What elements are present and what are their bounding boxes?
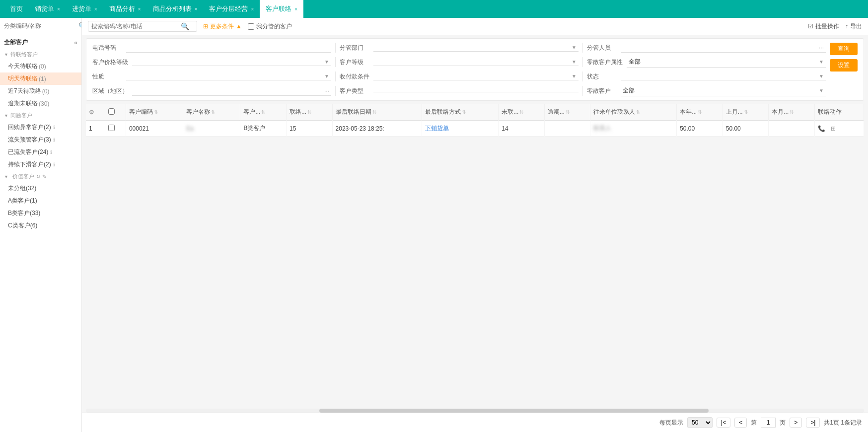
sidebar-search-input[interactable] — [4, 22, 78, 29]
col-checkbox[interactable] — [105, 104, 126, 121]
nav-customer-layer[interactable]: 客户分层经营 × — [203, 0, 260, 18]
sort-icon[interactable]: ⇅ — [211, 109, 215, 115]
filter-price-level: 客户价格等级 ▼ — [92, 58, 331, 67]
horizontal-scrollbar[interactable] — [86, 409, 864, 413]
nav-product-analysis-list[interactable]: 商品分析列表 × — [147, 0, 204, 18]
sidebar-group-problem[interactable]: 问题客户 — [0, 110, 81, 121]
retail-attr-select[interactable]: 全部 ▼ — [627, 57, 826, 68]
sidebar-item-ungrouped[interactable]: 未分组(32) — [0, 182, 81, 195]
col-last-method: 最后联络方式⇅ — [422, 104, 498, 121]
phone-action-icon[interactable]: 📞 — [818, 125, 825, 132]
sidebar-item-tomorrow[interactable]: 明天待联络(1) — [0, 72, 81, 85]
more-icon[interactable]: ··· — [819, 44, 824, 51]
sort-icon[interactable]: ⇅ — [307, 109, 311, 115]
sidebar-group-value[interactable]: 价值客户 ↻ ✎ — [0, 171, 81, 182]
last-method-link[interactable]: 下销货单 — [425, 125, 449, 132]
info-icon[interactable]: ℹ — [53, 162, 55, 167]
phone-input[interactable] — [126, 43, 331, 53]
sort-icon[interactable]: ⇅ — [154, 109, 158, 115]
sidebar-item-overdue[interactable]: 逾期未联络(30) — [0, 97, 81, 110]
info-icon[interactable]: ℹ — [50, 149, 52, 155]
filter-row-3: 性质 ▼ 收付款条件 ▼ — [92, 72, 826, 81]
sort-icon[interactable]: ⇅ — [698, 109, 702, 115]
next-page-btn[interactable]: > — [790, 418, 802, 428]
col-gear[interactable]: ⚙ — [86, 104, 105, 121]
divider — [582, 57, 583, 67]
search-icon[interactable]: 🔍 — [78, 22, 82, 30]
close-icon[interactable]: × — [195, 6, 198, 12]
settings-button[interactable]: 设置 — [830, 59, 858, 72]
cell-this-month — [769, 121, 815, 137]
sidebar-all-customers[interactable]: 全部客户 « — [0, 34, 81, 49]
batch-ops-btn[interactable]: ☑ 批量操作 — [808, 22, 839, 31]
person-select[interactable]: ··· — [621, 43, 826, 53]
sort-icon[interactable]: ⇅ — [744, 109, 748, 115]
filter-row-1: 电话号码 分管部门 ▼ 分管人员 — [92, 43, 826, 53]
select-all-checkbox[interactable] — [108, 108, 115, 115]
query-button[interactable]: 查询 — [830, 43, 858, 55]
first-page-btn[interactable]: |< — [717, 418, 730, 428]
sort-icon[interactable]: ⇅ — [566, 109, 570, 115]
close-icon[interactable]: × — [138, 6, 141, 12]
nav-purchase-order[interactable]: 进货单 × — [66, 0, 103, 18]
area-select[interactable]: ··· — [132, 86, 331, 96]
collapse-icon[interactable]: « — [74, 39, 77, 46]
last-page-btn[interactable]: >| — [806, 418, 820, 428]
qr-action-icon[interactable]: ⊞ — [831, 125, 836, 132]
close-icon[interactable]: × — [251, 6, 254, 12]
close-icon[interactable]: × — [94, 6, 97, 12]
sidebar-group-pending[interactable]: 待联络客户 — [0, 49, 81, 60]
nav-home[interactable]: 首页 — [4, 0, 29, 18]
customer-level-select[interactable]: ▼ — [373, 58, 579, 66]
gear-icon[interactable]: ⚙ — [89, 109, 94, 116]
divider — [335, 72, 336, 81]
status-select[interactable]: ▼ — [621, 72, 826, 80]
sort-icon[interactable]: ⇅ — [462, 109, 466, 115]
info-icon[interactable]: ℹ — [53, 137, 55, 143]
info-icon[interactable]: ℹ — [53, 125, 55, 130]
sort-icon[interactable]: ⇅ — [261, 109, 265, 115]
cell-type: B类客户 — [240, 121, 287, 137]
search-input[interactable] — [91, 23, 181, 30]
my-customers-checkbox[interactable] — [248, 23, 254, 30]
search-icon[interactable]: 🔍 — [181, 22, 189, 30]
sidebar-item-repurchase-abnormal[interactable]: 回购异常客户(2)ℹ — [0, 121, 81, 134]
dept-select[interactable]: ▼ — [373, 44, 579, 52]
retail-customer-select[interactable]: 全部 ▼ — [621, 85, 826, 96]
sort-icon[interactable]: ⇅ — [519, 109, 523, 115]
customer-type-select[interactable] — [373, 90, 579, 92]
nav-customer-contact[interactable]: 客户联络 × — [260, 0, 303, 18]
sidebar-item-c-class[interactable]: C类客户(6) — [0, 219, 81, 232]
close-icon[interactable]: × — [57, 6, 60, 12]
scrollbar-thumb[interactable] — [319, 409, 709, 413]
sidebar-item-churned[interactable]: 已流失客户(24)ℹ — [0, 146, 81, 158]
sort-icon[interactable]: ⇅ — [636, 109, 640, 115]
nature-select[interactable]: ▼ — [126, 72, 331, 80]
sidebar: 🔍 全部客户 « 待联络客户 今天待联络(0) 明天待联络(1) 近7天待联络(… — [0, 18, 82, 432]
filter-more-btn[interactable]: ⊞ 更多条件 ▲ — [203, 22, 242, 31]
sidebar-item-week[interactable]: 近7天待联络(0) — [0, 85, 81, 97]
sidebar-item-churn-warning[interactable]: 流失预警客户(3)ℹ — [0, 134, 81, 146]
sidebar-item-today[interactable]: 今天待联络(0) — [0, 60, 81, 72]
payment-select[interactable]: ▼ — [373, 72, 579, 80]
export-btn[interactable]: ↑ 导出 — [845, 22, 862, 31]
price-level-select[interactable]: ▼ — [132, 58, 331, 66]
nav-product-analysis[interactable]: 商品分析 × — [103, 0, 147, 18]
row-select-checkbox[interactable] — [108, 125, 115, 131]
more-icon[interactable]: ··· — [324, 87, 329, 94]
prev-page-btn[interactable]: < — [734, 418, 747, 428]
sidebar-item-a-class[interactable]: A类客户(1) — [0, 195, 81, 207]
sort-icon[interactable]: ⇅ — [790, 109, 794, 115]
col-this-month: 本月...⇅ — [769, 104, 815, 121]
refresh-icon[interactable]: ↻ — [36, 174, 40, 179]
row-checkbox[interactable] — [105, 121, 126, 137]
close-icon[interactable]: × — [294, 6, 297, 12]
per-page-select[interactable]: 50 100 200 — [687, 417, 713, 428]
chevron-down-icon: ▼ — [572, 59, 577, 65]
sidebar-item-declining[interactable]: 持续下滑客户(2)ℹ — [0, 158, 81, 171]
sidebar-item-b-class[interactable]: B类客户(33) — [0, 207, 81, 219]
page-number-input[interactable] — [761, 418, 776, 428]
nav-sales-order[interactable]: 销货单 × — [29, 0, 66, 18]
sort-icon[interactable]: ⇅ — [372, 109, 376, 115]
edit-icon[interactable]: ✎ — [42, 174, 46, 179]
